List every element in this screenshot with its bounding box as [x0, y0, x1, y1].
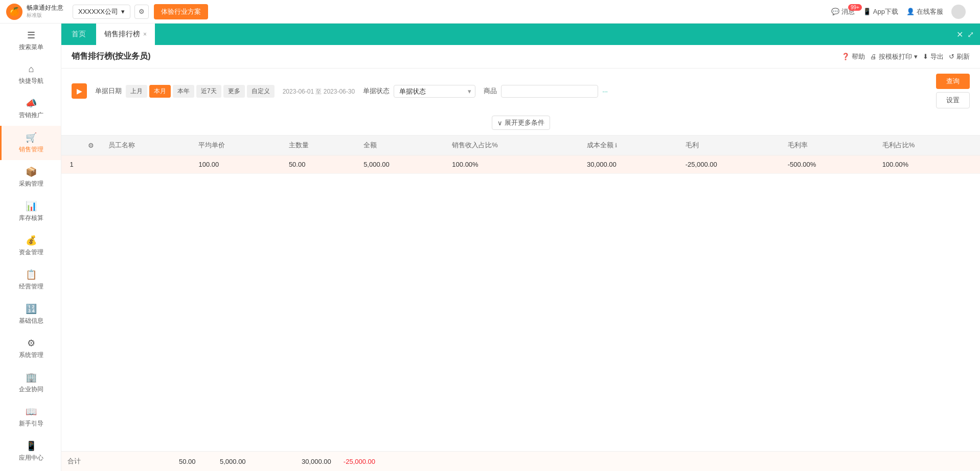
service-label: 在线客服	[917, 7, 943, 16]
more-filters-button[interactable]: ···	[602, 87, 608, 95]
app-download-button[interactable]: 📱 App下载	[863, 7, 898, 16]
sidebar-label-inventory: 库存核算	[19, 214, 43, 222]
cell-gross-rate: -500.00%	[782, 155, 876, 174]
sidebar-item-system[interactable]: ⚙ 系统管理	[0, 331, 61, 366]
goods-input[interactable]	[501, 85, 598, 98]
print-button[interactable]: 🖨 按模板打印 ▾	[870, 52, 918, 61]
inventory-icon: 📊	[26, 200, 37, 212]
page-header: 销售排行榜(按业务员) ❓ 帮助 🖨 按模板打印 ▾ ⬇ 导出	[61, 45, 980, 69]
tab-bar: 首页 销售排行榜 × ✕ ⤢	[61, 24, 980, 45]
sidebar-item-sales[interactable]: 🛒 销售管理	[0, 126, 61, 160]
goods-filter-group: 商品 ···	[484, 85, 608, 98]
sidebar-item-marketing[interactable]: 📣 营销推广	[0, 92, 61, 126]
filter-row-1: ▶ 单据日期 上月 本月 本年 近7天 更多 自定义	[72, 74, 970, 108]
main-layout: ☰ 搜索菜单 ⌂ 快捷导航 📣 营销推广 🛒 销售管理 📦 采购管理 📊 库存核…	[0, 24, 980, 471]
date-btn-custom[interactable]: 自定义	[247, 85, 275, 98]
date-btn-more[interactable]: 更多	[223, 85, 245, 98]
cell-gross-pct: 100.00%	[876, 155, 980, 174]
table-row: 1 100.00 50.00 5,000.00 100.00% 30,000.0…	[61, 155, 980, 174]
sidebar-item-wechat[interactable]: 💬 企业微信	[0, 468, 61, 471]
chevron-down-icon: ▾	[121, 8, 125, 15]
tab-maximize-button[interactable]: ⤢	[967, 30, 974, 39]
sidebar-item-basic-info[interactable]: 🔢 基础信息	[0, 297, 61, 331]
date-range-area: 2023-06-01 至 2023-06-30	[283, 86, 355, 96]
sidebar-item-finance[interactable]: 💰 资金管理	[0, 229, 61, 263]
sidebar-item-purchase[interactable]: 📦 采购管理	[0, 160, 61, 194]
operations-icon: 📋	[26, 269, 37, 280]
app-version: 标准版	[27, 12, 63, 19]
online-service-button[interactable]: 👤 在线客服	[906, 7, 943, 16]
sidebar-item-operations[interactable]: 📋 经营管理	[0, 263, 61, 297]
tab-close-window-button[interactable]: ✕	[956, 30, 963, 39]
help-label: 帮助	[852, 52, 865, 61]
logo-area: 🍊 畅康通好生意 标准版	[6, 4, 67, 20]
col-gross-rate-header: 毛利率	[782, 136, 876, 155]
basic-info-icon: 🔢	[26, 303, 37, 315]
avatar[interactable]	[951, 5, 966, 19]
guide-icon: 📖	[26, 406, 37, 417]
sidebar-item-app-center[interactable]: 📱 应用中心	[0, 434, 61, 468]
help-button[interactable]: ❓ 帮助	[841, 52, 865, 61]
page-content: 销售排行榜(按业务员) ❓ 帮助 🖨 按模板打印 ▾ ⬇ 导出	[61, 45, 980, 471]
company-name: XXXXXX公司	[78, 7, 118, 16]
expand-more-label: 展开更多条件	[505, 118, 544, 127]
sidebar-label-enterprise: 企业协同	[19, 385, 43, 394]
col-gross-pct-header: 毛利占比%	[876, 136, 980, 155]
query-button[interactable]: 查询	[936, 74, 970, 89]
date-btn-this-month[interactable]: 本月	[149, 85, 171, 98]
date-btn-this-year[interactable]: 本年	[173, 85, 194, 98]
purchase-icon: 📦	[26, 166, 37, 177]
sidebar-item-inventory[interactable]: 📊 库存核算	[0, 194, 61, 229]
enterprise-icon: 🏢	[26, 372, 37, 383]
refresh-button[interactable]: ↺ 刷新	[949, 52, 970, 61]
message-button[interactable]: 💬 消息 99+	[831, 7, 855, 16]
expand-down-icon: ∨	[497, 119, 503, 127]
sidebar-item-guide[interactable]: 📖 新手引导	[0, 400, 61, 434]
footer-total-label: 合计	[67, 457, 81, 466]
search-menu-icon: ☰	[27, 30, 35, 41]
sidebar-item-quick-nav[interactable]: ⌂ 快捷导航	[0, 58, 61, 92]
trial-button[interactable]: 体验行业方案	[154, 4, 208, 19]
message-badge: 99+	[848, 4, 862, 11]
cell-name	[102, 155, 192, 174]
table-header-row: ⚙ 员工名称 平均单价 主数量 全额 销售收入占比% 成本全额 ℹ	[61, 136, 980, 155]
sidebar-item-enterprise[interactable]: 🏢 企业协同	[0, 366, 61, 400]
settings-button[interactable]: 设置	[936, 92, 970, 108]
sidebar: ☰ 搜索菜单 ⌂ 快捷导航 📣 营销推广 🛒 销售管理 📦 采购管理 📊 库存核…	[0, 24, 61, 471]
cell-amount: 5,000.00	[357, 155, 446, 174]
date-btn-last-month[interactable]: 上月	[126, 85, 147, 98]
sidebar-item-search-orders[interactable]: ☰ 搜索菜单	[0, 24, 61, 58]
cost-header-wrap: 成本全额 ℹ	[587, 141, 617, 150]
sidebar-label-operations: 经营管理	[19, 282, 43, 291]
filter-expand-toggle[interactable]: ▶	[72, 83, 87, 99]
sidebar-label-guide: 新手引导	[19, 419, 43, 428]
sidebar-label-quick-nav: 快捷导航	[19, 77, 43, 85]
print-label: 按模板打印	[879, 52, 912, 61]
sidebar-label-finance: 资金管理	[19, 248, 43, 257]
expand-more-row: ∨ 展开更多条件	[72, 111, 970, 130]
status-filter-group: 单据状态 单据状态	[363, 85, 475, 98]
tab-close-button[interactable]: ×	[143, 31, 147, 38]
export-button[interactable]: ⬇ 导出	[923, 52, 944, 61]
home-icon: ⌂	[29, 64, 34, 75]
footer-qty: 50.00	[173, 458, 214, 465]
cell-cost: 30,000.00	[581, 155, 679, 174]
table-footer: 合计 50.00 5,000.00 30,000.00 -25,000.00	[61, 451, 980, 471]
col-avg-price-header: 平均单价	[192, 136, 282, 155]
message-icon: 💬	[831, 8, 839, 15]
tab-sales-ranking[interactable]: 销售排行榜 ×	[96, 24, 155, 45]
sidebar-label-search-orders: 搜索菜单	[19, 43, 43, 52]
tab-home[interactable]: 首页	[61, 24, 96, 45]
sidebar-label-system: 系统管理	[19, 351, 43, 360]
date-btn-7-days[interactable]: 近7天	[196, 85, 221, 98]
status-select-wrap: 单据状态	[394, 85, 475, 98]
sidebar-label-basic-info: 基础信息	[19, 317, 43, 325]
sidebar-label-app-center: 应用中心	[19, 454, 43, 462]
export-label: 导出	[930, 52, 944, 61]
col-settings-header[interactable]: ⚙	[82, 136, 102, 155]
status-select[interactable]: 单据状态	[394, 85, 475, 98]
expand-more-button[interactable]: ∨ 展开更多条件	[492, 116, 550, 130]
company-settings-button[interactable]: ⚙	[134, 5, 149, 19]
print-icon: 🖨	[870, 53, 877, 60]
company-selector[interactable]: XXXXXX公司 ▾	[73, 5, 130, 19]
